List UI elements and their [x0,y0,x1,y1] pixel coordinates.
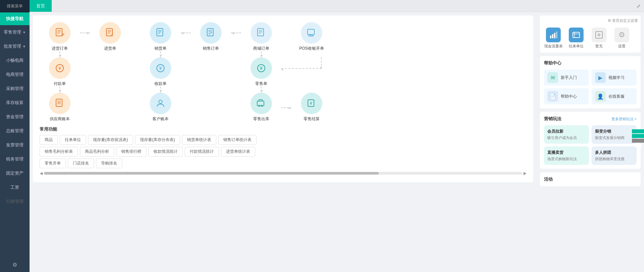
flow-col-sales-bill: 销货单 [140,22,181,57]
sidebar-item-wholesale[interactable]: 批发管理▼ [0,39,30,53]
flow-node-purchase-bill[interactable]: 进货单 [90,22,130,51]
sidebar-item-invoice[interactable]: 发票管理 [0,138,30,152]
flow-node-supplier-account[interactable]: 供应商账本 [40,93,80,122]
flow-node-sales-order[interactable]: 销售订单 [191,22,231,51]
help-item-service[interactable]: 👤 在线客服 [592,88,637,104]
chevron-icon: ▼ [22,31,26,34]
func-btn-partner[interactable]: 往来单位 [60,135,86,145]
qn-item-settings[interactable]: ⚙ 设置 [612,28,632,49]
help-label-video: 视频学习 [608,75,625,81]
func-btn-stock2[interactable]: 现存量(库存分布表) [135,135,180,145]
supplier-account-icon [49,93,71,114]
flow-card: 进货订单 [33,15,533,182]
mkt-title-member: 会员拉新 [547,129,586,134]
retail-bill-label: 零售单 [255,81,267,87]
func-btn-order-stat[interactable]: 销售订单统计表 [218,135,257,145]
func-btn-sales-stat[interactable]: 销货单统计表 [182,135,216,145]
flow-col-sales-order: 销售订单 [191,22,231,57]
flow-node-retail-settle[interactable]: ¥ 零售结算 [291,93,332,122]
flow-node-retail-bill[interactable]: ¥ 零售单 [241,57,281,87]
help-grid: ✉ 新手入门 ▶ 视频学习 📄 帮助中心 👤 在线客服 [544,70,637,104]
help-item-video[interactable]: ▶ 视频学习 [592,70,637,86]
mkt-desc-group: 拼团购物享受优惠 [595,156,633,162]
flow-node-payment-in[interactable]: ¥ 收款单 [140,57,181,87]
homepage-settings-button[interactable]: ⚙ 首页自定义设置 [608,18,638,23]
sidebar: 搜索菜单 快捷导航 零售管理▼ 批发管理▼ 小畅电商 电商管理 采购管理 库存核… [0,0,30,272]
float-btn-desktop[interactable]: 桌面快捷 [632,139,644,143]
marketing-more-button[interactable]: 更多营销玩法 > [611,117,637,122]
common-func-title: 常用功能 [40,126,526,132]
help-doc-icon: 📄 [547,91,558,102]
func-btn-gross1[interactable]: 销售毛利分析表 [40,147,78,156]
sidebar-item-admin[interactable]: 行政管理 [0,194,30,209]
flow-node-purchase-order[interactable]: 进货订单 [40,22,80,51]
retail-out-icon [250,93,272,114]
flow-node-mall-order[interactable]: 商城订单 [241,22,281,51]
sidebar-nav-highlight[interactable]: 快捷导航 [0,12,30,25]
mkt-title-group: 多人拼团 [595,150,633,155]
mkt-item-fission[interactable]: 裂变分销 裂变式发展分销商 [592,125,637,144]
help-item-beginner[interactable]: ✉ 新手入门 [544,70,589,86]
flow-node-customer-account[interactable]: 客户账本 [140,93,181,122]
help-item-help[interactable]: 📄 帮助中心 [544,88,589,104]
func-btn-goods[interactable]: 商品 [40,135,58,145]
flow-node-sales-bill[interactable]: 销货单 [140,22,181,51]
mall-order-label: 商城订单 [253,46,269,51]
func-btn-gross2[interactable]: 商品毛利分析 [80,147,114,156]
mkt-item-group[interactable]: 多人拼团 拼团购物享受优惠 [592,146,637,165]
sidebar-item-tax[interactable]: 税务管理 [0,152,30,166]
qn-item-cashflow[interactable]: 现金流量表 [543,28,563,49]
scroll-left-button[interactable]: ◀ [40,171,43,176]
flow-node-payment-out[interactable]: ¥ 付款单 [40,57,80,87]
func-btn-receipt[interactable]: 收款情况统计 [148,147,183,156]
mkt-item-member[interactable]: 会员拉新 吸引用户成为会员 [544,125,589,144]
float-btn-service[interactable]: 客服热线 [632,129,644,133]
func-btn-guide-rank[interactable]: 导购排名 [96,158,122,168]
mkt-item-live[interactable]: 直播卖货 场景式购物新玩法 [544,146,589,165]
sidebar-item-ecom-small[interactable]: 小畅电商 [0,53,30,67]
func-btn-rank[interactable]: 销售排行榜 [116,147,146,156]
connector-2 [181,22,191,44]
func-btn-stock1[interactable]: 现存量(库存状况表) [88,135,133,145]
marketing-title: 营销玩法 [544,116,561,122]
flow-col-retail-out: 零售出库 [241,93,281,122]
sidebar-item-finance[interactable]: 资金管理 [0,110,30,124]
float-btn-community[interactable]: 服务社区 [632,134,644,138]
func-buttons-row2: 销售毛利分析表 商品毛利分析 销售排行榜 收款情况统计 付款情况统计 进货单统计… [40,147,526,156]
mall-order-icon [250,22,272,44]
sidebar-item-retail[interactable]: 零售管理▼ [0,25,30,39]
flow-node-pos[interactable]: POS收银开单 [291,22,332,51]
sidebar-item-ecom[interactable]: 电商管理 [0,67,30,82]
sidebar-settings-button[interactable]: ⚙ [0,258,30,272]
tab-home[interactable]: 首页 [30,0,52,12]
scroll-thumb [44,172,379,175]
sidebar-item-payroll[interactable]: 工资 [0,180,30,194]
mkt-desc-fission: 裂变式发展分销商 [595,135,633,140]
scroll-bar-row: ◀ ▶ [40,171,526,176]
tab-bar: 首页 ⤢ [30,0,644,12]
mkt-desc-live: 场景式购物新玩法 [547,156,586,162]
scroll-right-button[interactable]: ▶ [523,171,526,176]
func-btn-purchase-stat[interactable]: 进货单统计表 [221,147,255,156]
sidebar-search[interactable]: 搜索菜单 [0,0,30,12]
scroll-track[interactable] [44,172,522,175]
qn-item-partner[interactable]: 往来单位 [566,28,586,49]
func-btn-retail-order[interactable]: 零售开单 [40,158,66,168]
flow-node-retail-out[interactable]: 零售出库 [241,93,281,122]
qn-item-none[interactable]: 暂无 [589,28,609,49]
quick-nav-row: ⚙ 首页自定义设置 现金流量表 往来单位 [540,15,641,53]
func-btn-payment[interactable]: 付款情况统计 [185,147,219,156]
empty-icon [592,28,606,42]
sidebar-item-purchase[interactable]: 采购管理 [0,82,30,96]
func-btn-store-rank[interactable]: 门店排名 [68,158,94,168]
payment-out-icon: ¥ [49,57,71,79]
sidebar-item-assets[interactable]: 固定资产 [0,166,30,180]
retail-settle-icon: ¥ [301,93,322,114]
fullscreen-button[interactable]: ⤢ [633,0,644,12]
payment-in-icon: ¥ [150,57,171,79]
svg-rect-33 [257,101,264,106]
sidebar-item-inventory[interactable]: 库存核算 [0,96,30,110]
sidebar-item-ledger[interactable]: 总账管理 [0,124,30,138]
help-label-beginner: 新手入门 [561,75,577,81]
help-center-title: 帮助中心 [544,60,637,66]
